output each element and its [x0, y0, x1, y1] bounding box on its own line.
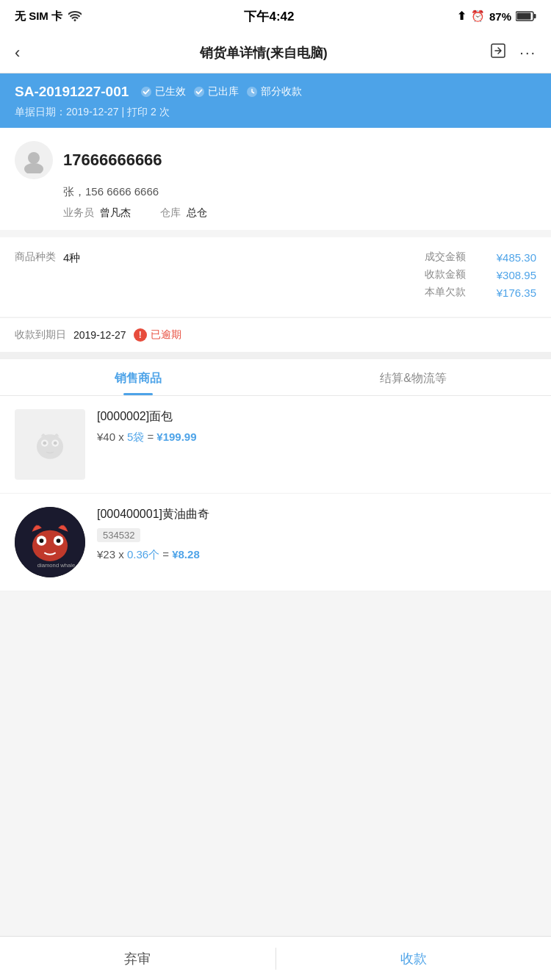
confirm-button[interactable]: 收款 [276, 938, 552, 979]
svg-point-15 [32, 530, 68, 561]
bottom-bar: 弃审 收款 [0, 936, 551, 980]
due-date: 2019-12-27 [73, 329, 126, 341]
svg-point-19 [57, 538, 61, 543]
tab-sales[interactable]: 销售商品 [0, 359, 276, 395]
customer-section: 17666666666 张，156 6666 6666 业务员 曾凡杰 仓库 总… [0, 128, 551, 230]
battery-label: 87% [489, 10, 511, 23]
product-qty-2: 0.36个 [127, 548, 159, 561]
product-price-2: ¥23 x 0.36个 = ¥8.28 [97, 548, 536, 562]
svg-point-7 [28, 152, 40, 164]
page-title: 销货单详情(来自电脑) [37, 44, 490, 62]
svg-point-12 [43, 442, 46, 445]
status-bar: 无 SIM 卡 下午4:42 ⬆ ⏰ 87% [0, 0, 551, 32]
nav-bar: ‹ 销货单详情(来自电脑) ··· [0, 32, 551, 73]
nav-actions: ··· [490, 43, 536, 62]
status-left: 无 SIM 卡 [15, 10, 82, 24]
svg-point-13 [54, 442, 57, 445]
salesperson-item: 业务员 曾凡杰 [63, 206, 131, 220]
share-icon[interactable] [490, 43, 506, 62]
customer-contact: 张，156 6666 6666 [63, 185, 536, 199]
banner-tags: 已生效 已出库 部分收款 [140, 85, 302, 98]
battery-icon [516, 11, 536, 21]
product-qty-1: 5袋 [127, 430, 144, 443]
overdue-badge: ! 已逾期 [134, 328, 181, 342]
customer-meta: 业务员 曾凡杰 仓库 总仓 [63, 206, 536, 220]
svg-text:diamond whale: diamond whale [37, 562, 76, 569]
warehouse-value: 总仓 [187, 206, 207, 220]
tag-partial: 部分收款 [246, 85, 302, 98]
tag-shipped: 已出库 [193, 85, 239, 98]
product-info-2: [000400001]黄油曲奇 534532 ¥23 x 0.36个 = ¥8.… [97, 507, 536, 562]
due-label: 收款到期日 [15, 328, 66, 342]
order-banner: SA-20191227-001 已生效 已出库 部分收款 单据日 [0, 73, 551, 128]
deal-value: ¥485.30 [478, 251, 536, 264]
carrier-label: 无 SIM 卡 [15, 10, 62, 24]
svg-rect-1 [533, 14, 536, 18]
deal-amount-row: 成交金额 ¥485.30 [425, 251, 536, 264]
receipt-label: 收款金额 [425, 268, 466, 281]
product-name-1: [0000002]面包 [97, 409, 536, 425]
product-name-2: [000400001]黄油曲奇 [97, 507, 536, 522]
product-item-1: [0000002]面包 ¥40 x 5袋 = ¥199.99 [0, 396, 551, 494]
alarm-icon: ⏰ [471, 10, 485, 23]
status-time: 下午4:42 [244, 8, 294, 25]
svg-point-4 [141, 87, 151, 97]
section-divider [0, 352, 551, 359]
banner-date: 单据日期：2019-12-27 | 打印 2 次 [15, 106, 536, 119]
type-label: 商品种类 [15, 251, 56, 264]
salesperson-label: 业务员 [63, 206, 94, 220]
customer-id: 17666666666 [63, 151, 162, 170]
order-id: SA-20191227-001 [15, 84, 129, 100]
warehouse-label: 仓库 [160, 206, 181, 220]
product-image-1 [15, 409, 85, 480]
product-price-1: ¥40 x 5袋 = ¥199.99 [97, 430, 536, 444]
summary-left: 商品种类 4种 [15, 251, 80, 265]
summary-section: 商品种类 4种 成交金额 ¥485.30 收款金额 ¥308.95 本单欠款 ¥… [0, 237, 551, 317]
products-section: [0000002]面包 ¥40 x 5袋 = ¥199.99 diamond [0, 396, 551, 591]
back-button[interactable]: ‹ [15, 43, 37, 62]
svg-point-9 [37, 434, 63, 459]
product-sku-2: 534532 [97, 528, 140, 542]
overdue-icon: ! [134, 328, 147, 342]
cancel-button[interactable]: 弃审 [0, 938, 276, 979]
receipt-value: ¥308.95 [478, 269, 536, 281]
receipt-amount-row: 收款金额 ¥308.95 [425, 268, 536, 281]
debt-label: 本单欠款 [425, 286, 466, 299]
product-image-2: diamond whale [15, 507, 85, 577]
product-total-2: ¥8.28 [172, 548, 200, 561]
tab-billing[interactable]: 结算&物流等 [276, 359, 551, 395]
salesperson-value: 曾凡杰 [100, 206, 131, 220]
svg-point-18 [40, 538, 44, 543]
status-right: ⬆ ⏰ 87% [457, 10, 536, 23]
avatar [15, 141, 53, 179]
debt-amount-row: 本单欠款 ¥176.35 [425, 286, 536, 299]
svg-point-5 [194, 87, 204, 97]
type-count: 4种 [63, 251, 80, 265]
summary-right: 成交金额 ¥485.30 收款金额 ¥308.95 本单欠款 ¥176.35 [425, 251, 536, 303]
product-total-1: ¥199.99 [156, 430, 196, 443]
svg-point-8 [24, 163, 43, 173]
product-info-1: [0000002]面包 ¥40 x 5袋 = ¥199.99 [97, 409, 536, 444]
check-icon [140, 86, 152, 98]
check-icon2 [193, 86, 205, 98]
deal-label: 成交金额 [425, 251, 466, 264]
tabs-row: 销售商品 结算&物流等 [0, 359, 551, 396]
svg-rect-2 [516, 13, 530, 20]
warehouse-item: 仓库 总仓 [160, 206, 207, 220]
clock-icon [246, 86, 258, 98]
more-icon[interactable]: ··· [519, 44, 536, 61]
wifi-icon [68, 11, 82, 21]
debt-value: ¥176.35 [478, 287, 536, 299]
location-icon: ⬆ [457, 10, 467, 23]
product-item-2: diamond whale [000400001]黄油曲奇 534532 ¥23… [0, 494, 551, 591]
overdue-text: 已逾期 [151, 328, 181, 342]
tag-effective: 已生效 [140, 85, 186, 98]
due-section: 收款到期日 2019-12-27 ! 已逾期 [0, 317, 551, 352]
